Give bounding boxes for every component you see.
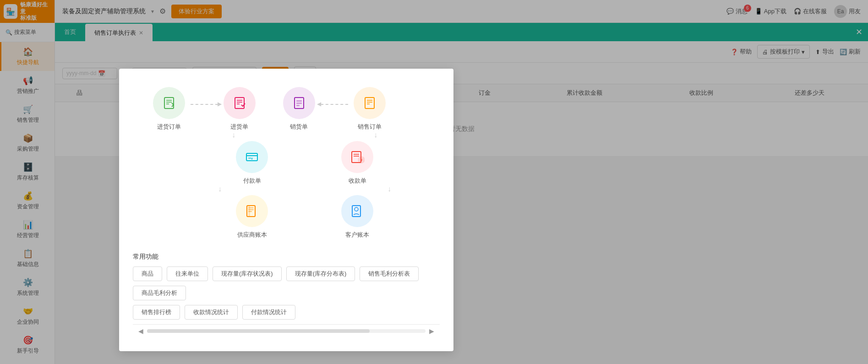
- func-btn-stock-status[interactable]: 现存量(库存状况表): [213, 266, 282, 281]
- func-btn-payment-stats[interactable]: 付款情况统计: [242, 305, 295, 320]
- flow-diagram: 进货订单 ▶: [133, 82, 440, 248]
- svg-rect-29: [248, 206, 250, 217]
- scroll-left-icon[interactable]: ◀: [138, 327, 143, 335]
- svg-rect-12: [365, 98, 374, 109]
- svg-text:¥: ¥: [251, 157, 253, 161]
- sales-order-icon: [354, 87, 386, 119]
- function-btns-row2: 销售排行榜 收款情况统计 付款情况统计: [133, 305, 440, 320]
- receipt-label: 收款单: [349, 177, 366, 185]
- flow-modal: 进货订单 ▶: [119, 69, 453, 351]
- func-btn-stock-dist[interactable]: 现存量(库存分布表): [286, 266, 355, 281]
- flow-node-supplier-ledger[interactable]: 供应商账本: [236, 195, 268, 239]
- func-btn-partner[interactable]: 往来单位: [167, 266, 208, 281]
- svg-rect-9: [296, 100, 302, 102]
- func-btn-receipt-stats[interactable]: 收款情况统计: [185, 305, 238, 320]
- svg-rect-11: [296, 105, 300, 106]
- func-btn-sales-profit[interactable]: 销售毛利分析表: [360, 266, 419, 281]
- flow-node-sales-bill[interactable]: 销货单: [283, 87, 315, 131]
- payment-label: 付款单: [243, 177, 261, 185]
- page-content: ❓ 帮助 🖨 按模板打印 ▾ ⬆ 导出 🔄 刷新: [55, 41, 868, 364]
- common-functions-title: 常用功能: [133, 253, 440, 261]
- customer-ledger-label: 客户账本: [345, 231, 369, 239]
- func-btn-goods-profit[interactable]: 商品毛利分析: [133, 286, 186, 300]
- flow-node-purchase-bill[interactable]: 进货单: [224, 87, 256, 131]
- purchase-bill-icon: [224, 87, 256, 119]
- flow-node-customer-ledger[interactable]: 客户账本: [341, 195, 373, 239]
- svg-point-31: [355, 207, 358, 211]
- common-functions: 常用功能 商品 往来单位 现存量(库存状况表) 现存量(库存分布表) 销售毛利分…: [133, 253, 440, 320]
- customer-ledger-icon: [341, 195, 373, 227]
- modal-scrollbar: ◀ ▶: [133, 324, 440, 337]
- purchase-bill-label: 进货单: [230, 123, 248, 131]
- payment-icon: ¥: [236, 141, 268, 173]
- func-btn-sales-rank[interactable]: 销售排行榜: [133, 305, 180, 320]
- main-content: 装备及固定资产辅助管理系统 ▾ ⚙ 体验行业方案 💬 消息 6 📱 App下载 …: [55, 0, 868, 364]
- flow-node-payment[interactable]: ¥ 付款单: [236, 141, 268, 185]
- flow-node-sales-order[interactable]: 销售订单: [354, 87, 386, 131]
- flow-node-receipt[interactable]: ¥ 收款单: [341, 141, 373, 185]
- func-btn-goods[interactable]: 商品: [133, 266, 162, 281]
- sales-bill-label: 销货单: [290, 123, 308, 131]
- svg-text:¥: ¥: [360, 158, 363, 162]
- scroll-thumb[interactable]: [147, 329, 370, 333]
- scroll-track[interactable]: [147, 329, 426, 333]
- flow-node-purchase-order[interactable]: 进货订单: [153, 87, 185, 131]
- supplier-ledger-icon: [236, 195, 268, 227]
- supplier-ledger-label: 供应商账本: [237, 231, 267, 239]
- receipt-icon: ¥: [341, 141, 373, 173]
- purchase-order-icon: [153, 87, 185, 119]
- svg-rect-10: [296, 103, 302, 104]
- purchase-order-label: 进货订单: [157, 123, 181, 131]
- sales-bill-icon: [283, 87, 315, 119]
- function-btns-row1: 商品 往来单位 现存量(库存状况表) 现存量(库存分布表) 销售毛利分析表 商品…: [133, 266, 440, 300]
- sales-order-label: 销售订单: [358, 123, 382, 131]
- scroll-right-icon[interactable]: ▶: [429, 327, 434, 335]
